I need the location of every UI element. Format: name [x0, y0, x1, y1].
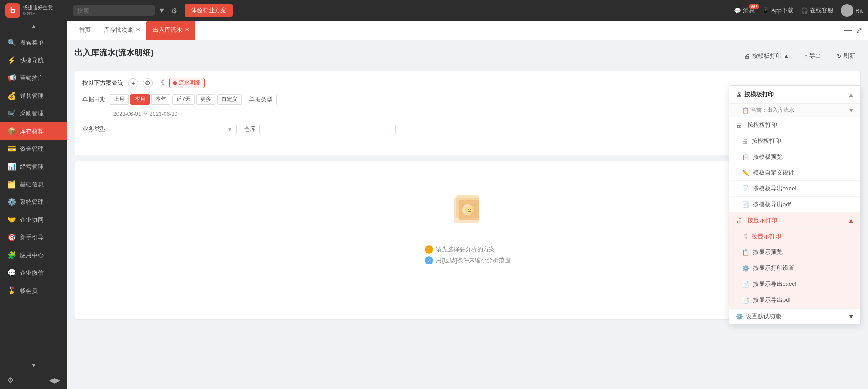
sidebar-item-search-menu[interactable]: 🔍 搜索菜单 [0, 34, 67, 51]
sidebar-item-sales[interactable]: 💰 销售管理 [0, 87, 67, 105]
print-dropdown-collapse-icon[interactable]: ▲ [848, 91, 854, 98]
online-service-item[interactable]: 🎧 在线客服 [801, 6, 833, 15]
display-export-excel-item[interactable]: 📄 按显示导出excel [729, 276, 860, 292]
refresh-btn[interactable]: ↻ 刷新 [831, 50, 861, 62]
tab-home[interactable]: 首页 [73, 21, 97, 40]
export-btn[interactable]: ↑ 导出 [799, 50, 827, 62]
username-label: Rit [855, 7, 863, 14]
template-export-pdf-item[interactable]: 📑 按模板导出pdf [729, 197, 860, 213]
basic-info-icon: 🗂️ [7, 180, 16, 189]
date-btn-custom[interactable]: 自定义 [217, 94, 242, 105]
tab-minimize-btn[interactable]: — [844, 25, 852, 35]
display-preview-icon: 📋 [742, 249, 749, 256]
display-preview-item[interactable]: 📋 按显示预览 [729, 244, 860, 260]
operations-icon: 📊 [7, 162, 16, 171]
default-settings-item[interactable]: ⚙️ 设置默认功能 ▼ [729, 308, 860, 324]
display-print-item-label: 按显示打印 [752, 232, 781, 240]
display-preview-label: 按显示预览 [753, 248, 783, 256]
date-btn-more[interactable]: 更多 [196, 94, 215, 105]
template-print-item[interactable]: 🖨 按模板打印 [729, 133, 860, 149]
sidebar-item-wechat[interactable]: 💬 企业微信 [0, 264, 67, 282]
sidebar-item-quick-nav[interactable]: ⚡ 快捷导航 [0, 51, 67, 69]
empty-tips: 1 请先选择要分析的方案 2 用[过滤]条件来缩小分析范围 [425, 245, 510, 267]
sidebar-item-inventory[interactable]: 📦 库存核算 [0, 122, 67, 140]
export-icon: ↑ [805, 53, 808, 60]
sidebar-item-label: 基础信息 [20, 180, 44, 189]
template-preview-label: 按模板预览 [753, 153, 783, 161]
template-preview-item[interactable]: 📋 按模板预览 [729, 149, 860, 165]
sidebar-item-label: 采购管理 [20, 110, 44, 118]
search-tag-流水明细[interactable]: 流水明细 [169, 78, 205, 88]
top-header: b 畅捷通好生意 标准版 ▼ ⚙ 体验行业方案 💬 消息 99+ 📱 App下载… [0, 0, 868, 21]
user-avatar-item[interactable]: Rit [841, 4, 863, 17]
search-collapse-btn[interactable]: 《 [157, 78, 165, 88]
inventory-icon: 📦 [7, 127, 16, 135]
tab-in-out-flow-label: 出入库流水 [153, 26, 182, 34]
sidebar-item-marketing[interactable]: 📢 营销推广 [0, 69, 67, 87]
sidebar-item-system[interactable]: ⚙️ 系统管理 [0, 193, 67, 211]
sidebar-item-finance[interactable]: 💳 资金管理 [0, 140, 67, 158]
search-arrow-icon[interactable]: ▼ [158, 6, 165, 15]
message-icon: 💬 [734, 7, 741, 14]
message-item[interactable]: 💬 消息 99+ [734, 6, 755, 15]
sidebar-scroll-up[interactable]: ▲ [0, 21, 67, 32]
sidebar-item-operations[interactable]: 📊 经营管理 [0, 158, 67, 175]
print-template-btn[interactable]: 🖨 按模板打印 ▲ [739, 50, 795, 62]
sidebar-item-enterprise[interactable]: 🤝 企业协同 [0, 211, 67, 229]
sidebar: ▲ 🔍 搜索菜单 ⚡ 快捷导航 📢 营销推广 💰 销售管理 🛒 采购管理 [0, 21, 67, 389]
template-export-excel-item[interactable]: 📄 按模板导出excel [729, 181, 860, 197]
display-print-item[interactable]: 🖨 按显示打印 [729, 229, 860, 244]
tab-bar-right: — ⤢ [844, 25, 863, 35]
print-dropdown-title: 按模板打印 [744, 90, 774, 99]
date-btn-this-month[interactable]: 本月 [130, 94, 150, 105]
sidebar-item-guide[interactable]: 🎯 新手引导 [0, 229, 67, 246]
app-logo: b 畅捷通好生意 标准版 [5, 3, 73, 18]
tab-in-out-flow[interactable]: 出入库流水 ✕ [146, 21, 195, 40]
sidebar-scroll-down[interactable]: ▼ [0, 360, 67, 371]
search-add-btn[interactable]: + [128, 78, 138, 88]
date-btn-this-year[interactable]: 本年 [151, 94, 170, 105]
display-export-excel-label: 按显示导出excel [753, 280, 796, 288]
header-settings-icon[interactable]: ⚙ [171, 6, 177, 15]
system-icon: ⚙️ [7, 198, 16, 206]
sidebar-item-basic-info[interactable]: 🗂️ 基础信息 [0, 175, 67, 193]
sidebar-item-label: 企业协同 [20, 216, 44, 224]
tip-2: 2 用[过滤]条件来缩小分析范围 [425, 256, 510, 264]
sidebar-settings-icon[interactable]: ⚙ [7, 376, 14, 384]
template-section-icon: 🖨 [736, 121, 742, 129]
app-download-item[interactable]: 📱 App下载 [762, 6, 793, 15]
display-section-collapse[interactable]: ▲ [848, 217, 854, 224]
industry-btn[interactable]: 体验行业方案 [185, 4, 233, 17]
current-template-indicator: 📋 当前：出入库流水 ▼ [729, 104, 860, 117]
tab-in-out-flow-close[interactable]: ✕ [185, 27, 189, 33]
date-btn-7days[interactable]: 近7天 [172, 94, 195, 105]
current-template-arrow[interactable]: ▼ [848, 107, 854, 114]
template-pdf-icon: 📑 [742, 201, 749, 208]
display-print-settings-item[interactable]: ⚙️ 按显示打印设置 [729, 260, 860, 276]
sales-icon: 💰 [7, 91, 16, 100]
search-input[interactable] [73, 5, 155, 16]
tab-batch-ledger-close[interactable]: ✕ [136, 27, 140, 33]
marketing-icon: 📢 [7, 74, 16, 82]
date-btn-last-month[interactable]: 上月 [110, 94, 129, 105]
tab-maximize-btn[interactable]: ⤢ [856, 25, 863, 35]
display-print-section-header[interactable]: 🖨 按显示打印 ▲ [729, 213, 860, 229]
app-center-icon: 🧩 [7, 251, 16, 259]
template-print-section-header[interactable]: 🖨 按模板打印 [729, 117, 860, 133]
template-design-item[interactable]: ✏️ 模板自定义设计 [729, 165, 860, 181]
svg-text:😐: 😐 [465, 206, 474, 214]
headset-icon: 🎧 [801, 7, 808, 14]
biz-type-select[interactable]: ▼ [110, 124, 237, 135]
search-menu-icon: 🔍 [7, 38, 16, 47]
sidebar-item-purchase[interactable]: 🛒 采购管理 [0, 105, 67, 122]
tab-batch-ledger[interactable]: 库存批次账 ✕ [97, 21, 146, 40]
sidebar-collapse-icon[interactable]: ◀▶ [49, 376, 60, 384]
sidebar-item-app-center[interactable]: 🧩 应用中心 [0, 246, 67, 264]
template-export-excel-label: 按模板导出excel [753, 185, 796, 193]
display-export-pdf-item[interactable]: 📑 按显示导出pdf [729, 292, 860, 308]
warehouse-input[interactable]: ··· [259, 124, 396, 135]
sidebar-item-member[interactable]: 🎖️ 畅会员 [0, 282, 67, 299]
sidebar-item-label: 库存核算 [20, 127, 44, 135]
search-settings-btn[interactable]: ⚙ [143, 78, 153, 88]
template-export-pdf-label: 按模板导出pdf [753, 200, 791, 209]
